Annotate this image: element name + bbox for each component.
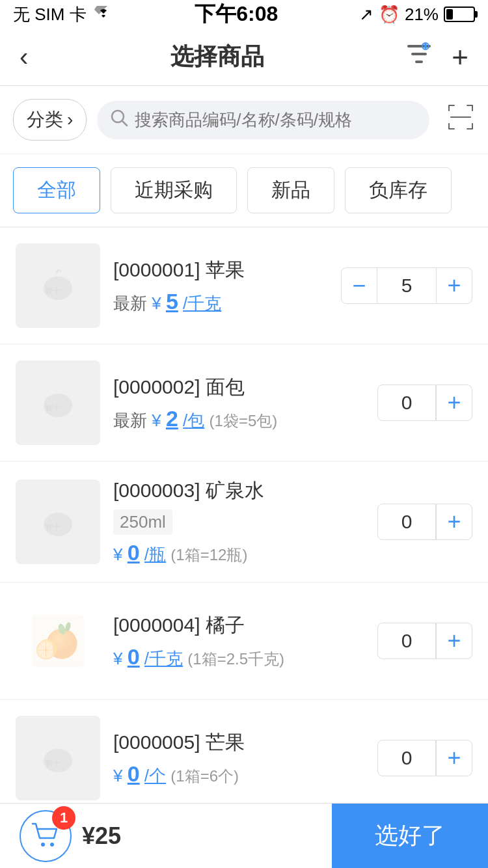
quantity-input[interactable] (377, 623, 436, 659)
product-list: 智十 [0000001] 苹果 最新 ¥ 5 /千克 − + 智十 (0, 228, 488, 868)
quantity-input[interactable] (377, 267, 436, 304)
product-name: [0000003] 矿泉水 (113, 478, 364, 504)
category-button[interactable]: 分类 › (13, 99, 87, 141)
search-icon (110, 109, 128, 131)
confirm-button[interactable]: 选好了 (332, 804, 488, 869)
plus-button[interactable]: + (436, 267, 472, 304)
bottom-bar: 1 ¥25 选好了 (0, 803, 488, 868)
plus-button[interactable]: + (436, 504, 472, 540)
product-image: 智十 (16, 716, 100, 800)
plus-button[interactable]: + (436, 740, 472, 776)
location-icon: ↗ (359, 5, 373, 25)
product-item: 智十 [0000003] 矿泉水 250ml ¥ 0 /瓶 (1箱=12瓶) + (0, 462, 488, 582)
svg-point-40 (50, 843, 54, 847)
product-image-orange (16, 599, 100, 683)
product-image: 智十 (16, 360, 100, 445)
svg-rect-15 (450, 116, 471, 118)
product-item: 智十 [0000001] 苹果 最新 ¥ 5 /千克 − + (0, 228, 488, 344)
quantity-control: + (377, 504, 472, 540)
product-image: 智十 (16, 480, 100, 564)
product-price: ¥ 0 /瓶 (1箱=12瓶) (113, 540, 364, 566)
quantity-input[interactable] (377, 504, 436, 540)
quantity-input[interactable] (377, 740, 436, 776)
svg-rect-8 (448, 105, 450, 111)
product-name: [0000002] 面包 (113, 374, 364, 401)
cart-badge: 1 (52, 806, 75, 830)
product-info: [0000005] 芒果 ¥ 0 /个 (1箱=6个) (113, 729, 364, 787)
plus-button[interactable]: + (436, 385, 472, 421)
svg-text:智十: 智十 (45, 522, 61, 532)
minus-button[interactable]: − (341, 267, 377, 304)
status-indicators: ↗ ⏰ 21% (359, 5, 475, 25)
product-name: [0000005] 芒果 (113, 729, 364, 756)
filter-search-bar: 分类 › (0, 86, 488, 154)
product-spec: 250ml (113, 509, 172, 535)
chevron-right-icon: › (67, 109, 73, 130)
product-name: [0000001] 苹果 (113, 257, 328, 284)
svg-rect-3 (424, 44, 427, 49)
svg-text:智十: 智十 (45, 403, 61, 413)
cart-total: ¥25 (82, 822, 121, 850)
product-item: [0000004] 橘子 ¥ 0 /千克 (1箱=2.5千克) + (0, 583, 488, 699)
product-item: 智十 [0000005] 芒果 ¥ 0 /个 (1箱=6个) + (0, 700, 488, 816)
product-price: 最新 ¥ 2 /包 (1袋=5包) (113, 406, 364, 432)
quantity-input[interactable] (377, 385, 436, 421)
svg-text:智十: 智十 (45, 759, 61, 768)
tab-bar: 全部 近期采购 新品 负库存 (0, 154, 488, 228)
product-image: 智十 (16, 243, 100, 328)
quantity-control: − + (341, 267, 472, 304)
tab-negative[interactable]: 负库存 (345, 167, 452, 213)
quantity-control: + (377, 740, 472, 776)
tab-new[interactable]: 新品 (247, 167, 334, 213)
search-box (97, 101, 429, 139)
quantity-control: + (377, 623, 472, 659)
battery-icon (444, 7, 475, 22)
status-bar: 无 SIM 卡 下午6:08 ↗ ⏰ 21% (0, 0, 488, 29)
nav-actions: + (406, 41, 468, 74)
search-input[interactable] (135, 110, 416, 130)
category-label: 分类 (27, 107, 63, 132)
svg-rect-2 (415, 61, 423, 63)
add-icon[interactable]: + (452, 41, 468, 74)
product-price: 最新 ¥ 5 /千克 (113, 289, 328, 315)
filter-icon[interactable] (406, 42, 432, 72)
tab-recent[interactable]: 近期采购 (111, 167, 237, 213)
svg-rect-14 (472, 123, 473, 129)
product-info: [0000002] 面包 最新 ¥ 2 /包 (1袋=5包) (113, 374, 364, 432)
back-button[interactable]: ‹ (20, 42, 28, 72)
status-carrier: 无 SIM 卡 (13, 3, 114, 26)
product-info: [0000003] 矿泉水 250ml ¥ 0 /瓶 (1箱=12瓶) (113, 478, 364, 566)
cart-area: 1 ¥25 (0, 810, 332, 862)
product-info: [0000001] 苹果 最新 ¥ 5 /千克 (113, 257, 328, 315)
page-title: 选择商品 (170, 41, 264, 73)
status-time: 下午6:08 (195, 0, 278, 29)
product-info: [0000004] 橘子 ¥ 0 /千克 (1箱=2.5千克) (113, 612, 364, 670)
carrier-text: 无 SIM 卡 (13, 3, 87, 26)
tab-all[interactable]: 全部 (13, 167, 100, 213)
svg-point-39 (41, 843, 45, 847)
svg-rect-1 (411, 53, 427, 55)
svg-rect-10 (472, 105, 473, 111)
svg-rect-0 (407, 45, 431, 47)
cart-icon-wrap[interactable]: 1 (20, 810, 72, 862)
nav-bar: ‹ 选择商品 + (0, 29, 488, 86)
product-price: ¥ 0 /千克 (1箱=2.5千克) (113, 644, 364, 670)
product-price: ¥ 0 /个 (1箱=6个) (113, 761, 364, 787)
svg-rect-12 (448, 123, 450, 129)
wifi-icon (93, 5, 114, 25)
product-name: [0000004] 橘子 (113, 612, 364, 639)
svg-text:智十: 智十 (45, 286, 61, 295)
product-item: 智十 [0000002] 面包 最新 ¥ 2 /包 (1袋=5包) + (0, 345, 488, 461)
alarm-icon: ⏰ (379, 5, 400, 25)
svg-line-6 (122, 121, 127, 126)
quantity-control: + (377, 385, 472, 421)
scan-icon[interactable] (446, 103, 475, 137)
battery-percent: 21% (405, 5, 439, 25)
plus-button[interactable]: + (436, 623, 472, 659)
